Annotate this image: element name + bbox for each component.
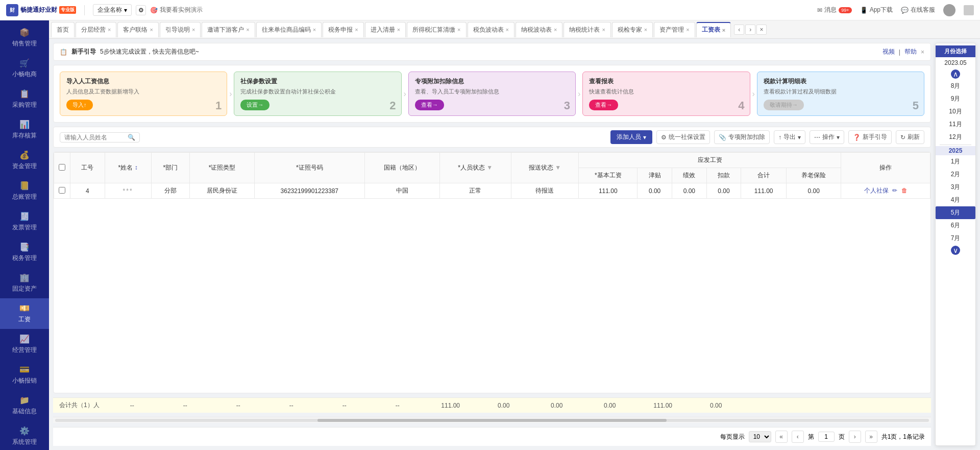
unified-social-btn[interactable]: ⚙ 统一社保设置 — [656, 130, 710, 144]
sidebar-item-purchase[interactable]: 📋 采购管理 — [0, 84, 49, 114]
tab-next-btn[interactable]: › — [745, 25, 755, 35]
tab-wage[interactable]: 工资表 × — [696, 22, 731, 37]
sidebar-item-system[interactable]: ⚙️ 系统管理 — [0, 421, 49, 450]
sidebar-item-finance[interactable]: 💰 资金管理 — [0, 145, 49, 176]
settings-icon[interactable]: ⚙ — [136, 5, 146, 15]
scrollbar-thumb[interactable] — [317, 419, 667, 422]
tab-fenzen-close[interactable]: × — [108, 27, 111, 33]
picker-down-btn[interactable]: ∨ — [951, 246, 960, 255]
tab-guide[interactable]: 引导说明 × — [160, 22, 201, 37]
month-item-2025-5[interactable]: 5月 — [936, 206, 975, 219]
month-item-2025-2[interactable]: 2月 — [936, 168, 975, 181]
next-page-btn[interactable]: › — [849, 431, 861, 443]
message-btn[interactable]: ✉ 消息 99+ — [817, 6, 851, 14]
export-btn[interactable]: ↑ 导出 ▾ — [774, 130, 805, 144]
tab-customer[interactable]: 客户联络 × — [117, 22, 158, 37]
month-item-8[interactable]: 8月 — [936, 80, 975, 92]
sidebar-item-fixed[interactable]: 🏢 固定资产 — [0, 268, 49, 298]
month-item-10[interactable]: 10月 — [936, 105, 975, 118]
export-chevron: ▾ — [798, 134, 801, 141]
last-page-btn[interactable]: » — [865, 431, 877, 443]
tab-goods-code[interactable]: 往来单位商品编码 × — [256, 22, 322, 37]
tab-fenzen[interactable]: 分层经营 × — [76, 22, 116, 37]
tab-prev-btn[interactable]: ‹ — [734, 25, 744, 35]
app-download-btn[interactable]: 📱 App下载 — [860, 6, 893, 14]
picker-up-btn[interactable]: ∧ — [951, 69, 960, 79]
tab-tax-exempt-close[interactable]: × — [506, 27, 509, 33]
tab-tax-expert-close[interactable]: × — [644, 27, 647, 33]
sidebar-item-inventory[interactable]: 📊 库存核算 — [0, 114, 49, 145]
tab-customer-close[interactable]: × — [150, 27, 153, 33]
edit-personal-insurance-btn[interactable]: 个人社保 — [864, 187, 889, 194]
action-btn[interactable]: ⋯ 操作 ▾ — [810, 130, 844, 144]
tab-tax-stat[interactable]: 纳税波动表 × — [516, 22, 562, 37]
tab-invite-close[interactable]: × — [246, 27, 249, 33]
th-performance: 绩效 — [672, 168, 706, 183]
month-item-9[interactable]: 9月 — [936, 92, 975, 105]
tab-home[interactable]: 首页 — [51, 22, 75, 37]
delete-icon[interactable]: 🗑 — [901, 187, 908, 194]
tab-guide-close[interactable]: × — [192, 27, 195, 33]
sidebar-item-ecommerce[interactable]: 🛒 小畅电商 — [0, 53, 49, 84]
select-all-checkbox[interactable] — [59, 164, 65, 171]
per-page-select[interactable]: 10 20 50 — [749, 431, 771, 442]
tab-tax-calc-close[interactable]: × — [457, 27, 460, 33]
month-item-2025-1[interactable]: 1月 — [936, 155, 975, 168]
tab-invite[interactable]: 邀请下游客户 × — [202, 22, 255, 37]
tab-tax-stat2-close[interactable]: × — [602, 27, 605, 33]
user-menu[interactable] — [964, 5, 974, 15]
special-deduct-btn[interactable]: 📎 专项附加扣除 — [714, 130, 770, 144]
tab-tax-expert[interactable]: 税检专家 × — [612, 22, 653, 37]
sidebar-item-invoice[interactable]: 🧾 发票管理 — [0, 206, 49, 237]
month-item-2025-3[interactable]: 3月 — [936, 181, 975, 194]
month-item-11[interactable]: 11月 — [936, 118, 975, 131]
sidebar-item-expense[interactable]: 💳 小畅报销 — [0, 360, 49, 390]
month-item-2025-4[interactable]: 4月 — [936, 194, 975, 206]
step3-btn[interactable]: 查看→ — [415, 100, 444, 110]
sidebar-item-ops[interactable]: 📈 经营管理 — [0, 329, 49, 360]
tab-clear[interactable]: 进入清册 × — [365, 22, 406, 37]
guide-help-btn[interactable]: 帮助 — [904, 48, 917, 56]
sidebar-item-basic[interactable]: 📁 基础信息 — [0, 390, 49, 421]
month-item-2025-6[interactable]: 6月 — [936, 219, 975, 232]
horizontal-scrollbar[interactable] — [53, 417, 931, 423]
step4-btn[interactable]: 查看→ — [589, 100, 618, 110]
tab-wage-close[interactable]: × — [722, 27, 725, 33]
sidebar-item-wage[interactable]: 💴 工资 — [0, 298, 49, 329]
step1-btn[interactable]: 导入↑ — [66, 100, 93, 110]
sidebar-item-sales[interactable]: 📦 销售管理 — [0, 22, 49, 53]
tab-tax-report[interactable]: 税务申报 × — [323, 22, 363, 37]
tab-clear-close[interactable]: × — [397, 27, 400, 33]
sidebar-item-ledger[interactable]: 📒 总账管理 — [0, 176, 49, 206]
add-employee-btn[interactable]: 添加人员 ▾ — [610, 130, 652, 144]
company-selector[interactable]: 企业名称 ▾ — [93, 4, 132, 16]
demo-btn[interactable]: 🎯 我要看实例演示 — [150, 6, 203, 14]
search-icon[interactable]: 🔍 — [128, 134, 135, 141]
tab-tax-stat-close[interactable]: × — [554, 27, 557, 33]
tab-tax-calc[interactable]: 所得税汇算清缴 × — [407, 22, 466, 37]
month-item-12[interactable]: 12月 — [936, 131, 975, 144]
guide-close-icon[interactable]: × — [921, 49, 924, 56]
prev-page-btn[interactable]: ‹ — [792, 431, 804, 443]
tab-tax-stat2[interactable]: 纳税统计表 × — [564, 22, 610, 37]
sidebar-item-tax[interactable]: 📑 税务管理 — [0, 237, 49, 268]
step2-btn[interactable]: 设置→ — [240, 100, 270, 110]
avatar[interactable] — [943, 4, 955, 16]
month-item-2025-7[interactable]: 7月 — [936, 232, 975, 245]
online-service-btn[interactable]: 💬 在线客服 — [901, 6, 935, 14]
search-input[interactable] — [64, 134, 126, 141]
tab-tax-exempt[interactable]: 税负波动表 × — [468, 22, 514, 37]
app-download-label: App下载 — [870, 6, 893, 14]
tab-asset-close[interactable]: × — [686, 27, 689, 33]
row-checkbox[interactable] — [59, 187, 65, 194]
first-page-btn[interactable]: « — [775, 431, 788, 443]
edit-icon[interactable]: ✏ — [892, 187, 897, 194]
guide-video-btn[interactable]: 视频 — [883, 48, 895, 56]
tab-asset[interactable]: 资产管理 × — [654, 22, 695, 37]
refresh-btn[interactable]: ↻ 刷新 — [896, 130, 924, 144]
tab-close-all-btn[interactable]: × — [756, 25, 767, 35]
tab-tax-report-close[interactable]: × — [355, 27, 358, 33]
tab-goods-close[interactable]: × — [313, 27, 316, 33]
page-input[interactable] — [818, 432, 835, 442]
new-guide-btn[interactable]: ❓ 新手引导 — [848, 130, 892, 144]
